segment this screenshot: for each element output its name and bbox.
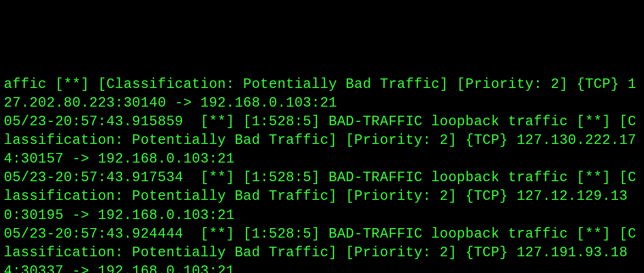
- alert-line: 05/23-20:57:43.924444 [**] [1:528:5] BAD…: [4, 226, 636, 273]
- terminal-output: affic [**] [Classification: Potentially …: [0, 75, 644, 273]
- alert-line: 05/23-20:57:43.917534 [**] [1:528:5] BAD…: [4, 170, 636, 223]
- alert-line-partial-start: affic [**] [Classification: Potentially …: [4, 76, 636, 111]
- alert-line: 05/23-20:57:43.915859 [**] [1:528:5] BAD…: [4, 114, 636, 167]
